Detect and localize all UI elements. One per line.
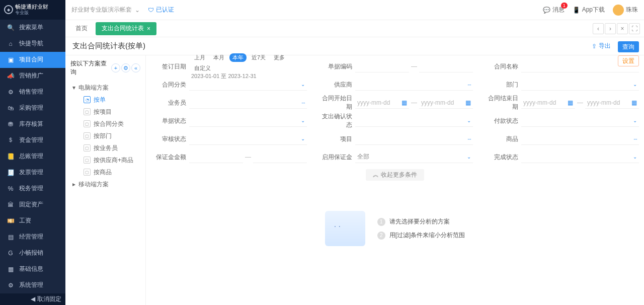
user-menu[interactable]: 珠珠 [613, 5, 638, 16]
chevron-down-icon: ⌄ [633, 154, 637, 160]
doc-icon: ▢ [84, 108, 91, 115]
sidebar-item-system[interactable]: ⚙系统管理 [0, 277, 65, 293]
sidebar-item-business[interactable]: ▤经营管理 [0, 229, 65, 245]
calendar-icon: ▦ [401, 99, 407, 106]
tab-prev[interactable]: ‹ [593, 23, 604, 34]
sidebar-item-invoice[interactable]: 🧾发票管理 [0, 165, 65, 181]
start-date-to[interactable]: yyyy-mm-dd▦ [419, 97, 473, 109]
sidebar-item-sales[interactable]: ⚙销售管理 [0, 84, 65, 100]
field-audit-status: 审核状态⌄ [151, 132, 307, 146]
shield-icon: 🛡 [148, 7, 154, 14]
collapse-filters[interactable]: ︽ 收起更多条件 [366, 169, 424, 181]
field-deposit-amt: 保证金金额 — [151, 150, 307, 164]
field-contract-cat: 合同分类⌄ [151, 78, 307, 92]
close-icon[interactable]: × [147, 25, 150, 32]
book-icon: 📒 [7, 153, 14, 160]
add-scheme[interactable]: + [111, 63, 120, 72]
sidebar-unpin[interactable]: ◀取消固定 [0, 293, 65, 305]
pin-icon: ◀ [31, 295, 35, 302]
project-picker[interactable]: ··· [355, 133, 473, 145]
sidebar-item-purchase[interactable]: 🛍采购管理 [0, 100, 65, 116]
download-button[interactable]: 📱 App下载 [573, 6, 605, 14]
field-enable-deposit: 启用保证金全部⌄ [317, 150, 473, 164]
empty-illustration [325, 211, 365, 246]
chip-custom[interactable]: 自定义 [191, 64, 214, 72]
tabbar: 首页 支出合同统计表 × ‹ › × ⛶ [65, 20, 644, 37]
doc-icon: ▢ [84, 169, 91, 176]
tree-leaf-by-category[interactable]: ▢按合同分类 [72, 118, 140, 130]
tab-closeall[interactable]: × [617, 23, 628, 34]
chevron-down-icon: ⌄ [633, 82, 637, 87]
sidebar-item-salary[interactable]: 💴工资 [0, 213, 65, 229]
chevron-down-icon: ⌄ [633, 118, 637, 123]
doc-icon: ▢ [84, 120, 91, 127]
scheme-settings[interactable]: ⚙ [121, 63, 130, 72]
docno-to[interactable] [419, 60, 473, 72]
tree-leaf-by-supplier-goods[interactable]: ▢按供应商+商品 [72, 154, 140, 166]
caret-down-icon: ▾ [72, 84, 75, 91]
dept-select[interactable]: ⌄ [521, 79, 639, 91]
docno-from[interactable] [355, 60, 409, 72]
deposit-from[interactable] [189, 151, 243, 163]
scheme-tree: 按以下方案查询 + ⚙ « ▾电脑端方案 ◔按单 ▢按项目 ▢按合同分类 ▢按部… [65, 37, 146, 305]
messages-button[interactable]: 💬 消息 1 [543, 6, 565, 14]
collapse-tree[interactable]: « [131, 63, 140, 72]
sidebar-item-expense[interactable]: G小畅报销 [0, 245, 65, 261]
sidebar-item-marketing[interactable]: 📣营销推广 [0, 68, 65, 84]
brand-name: 畅捷通好业财 [15, 4, 48, 10]
empty-state: 1请先选择要分析的方案 2用[过滤]条件来缩小分析范围 [151, 211, 639, 246]
sidebar-item-project-contract[interactable]: ▣项目合同 [0, 52, 65, 68]
chip-this-month[interactable]: 本月 [210, 53, 227, 62]
tree-leaf-by-salesman[interactable]: ▢按业务员 [72, 142, 140, 154]
chevron-down-icon: ⌄ [301, 136, 305, 141]
chip-more[interactable]: 更多 [271, 53, 288, 62]
supplier-picker[interactable]: ··· [355, 79, 473, 91]
chip-7days[interactable]: 近7天 [249, 53, 269, 62]
tab-fullscreen[interactable]: ⛶ [629, 23, 640, 34]
chip-last-month[interactable]: 上月 [191, 53, 208, 62]
more-icon: ··· [633, 135, 637, 142]
start-date-from[interactable]: yyyy-mm-dd▦ [355, 97, 409, 109]
chip-this-year[interactable]: 本年 [229, 53, 247, 62]
query-button[interactable]: 查询 [618, 41, 639, 52]
deposit-to[interactable] [253, 151, 307, 163]
sidebar-item-quicknav[interactable]: ⌂快捷导航 [0, 36, 65, 52]
doc-status-select[interactable]: ⌄ [189, 115, 307, 127]
enable-deposit-select[interactable]: 全部⌄ [355, 151, 473, 163]
caret-right-icon: ▸ [72, 181, 75, 188]
end-date-from[interactable]: yyyy-mm-dd▦ [521, 97, 575, 109]
account-selector[interactable]: 好业财专业版演示帐套 ⌄ [71, 6, 140, 14]
sidebar-item-tax[interactable]: %税务管理 [0, 181, 65, 197]
sidebar-item-inventory[interactable]: ⛃库存核算 [0, 116, 65, 132]
audit-status-select[interactable]: ⌄ [189, 133, 307, 145]
tree-leaf-by-project[interactable]: ▢按项目 [72, 106, 140, 118]
sidebar-item-search[interactable]: 🔍搜索菜单 [0, 20, 65, 36]
salary-icon: 💴 [7, 217, 14, 224]
expense-confirm-select[interactable]: ⌄ [355, 115, 473, 127]
tab-home[interactable]: 首页 [69, 22, 94, 35]
end-date-to[interactable]: yyyy-mm-dd▦ [585, 97, 639, 109]
tree-leaf-by-goods[interactable]: ▢按商品 [72, 166, 140, 178]
sidebar-item-ledger[interactable]: 📒总账管理 [0, 148, 65, 165]
more-icon: ··· [301, 99, 305, 106]
pay-status-select[interactable]: ⌄ [521, 115, 639, 127]
tree-group-mobile[interactable]: ▸移动端方案 [72, 178, 140, 190]
chevron-down-icon: ⌄ [301, 82, 305, 87]
invoice-icon: 🧾 [7, 169, 14, 176]
tree-leaf-by-dept[interactable]: ▢按部门 [72, 130, 140, 142]
empty-step-2: 2用[过滤]条件来缩小分析范围 [377, 231, 465, 240]
salesman-picker[interactable]: ··· [189, 97, 307, 109]
goods-picker[interactable]: ··· [521, 133, 639, 145]
tab-report[interactable]: 支出合同统计表 × [96, 22, 156, 35]
tree-group-pc[interactable]: ▾电脑端方案 [72, 82, 140, 94]
settings-button[interactable]: 设置 [618, 55, 639, 66]
sidebar-item-assets[interactable]: 🏛固定资产 [0, 197, 65, 213]
sidebar-item-funds[interactable]: ＄资金管理 [0, 132, 65, 148]
chevron-down-icon: ⌄ [135, 7, 140, 14]
tree-leaf-by-order[interactable]: ◔按单 [72, 94, 140, 106]
contract-cat-select[interactable]: ⌄ [189, 79, 307, 91]
tax-icon: % [7, 185, 14, 192]
tab-next[interactable]: › [605, 23, 616, 34]
finish-status-select[interactable]: ⌄ [521, 151, 639, 163]
sidebar-item-basic[interactable]: ▦基础信息 [0, 261, 65, 277]
